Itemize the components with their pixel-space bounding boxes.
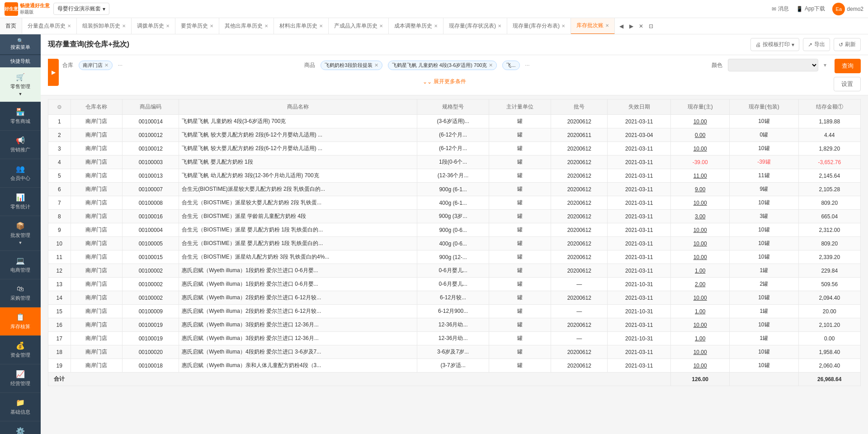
product-tag1[interactable]: 飞鹤奶粉3段阶段提装 ✕ [321, 61, 382, 70]
cell-qty-main[interactable]: 10.00 [671, 345, 730, 359]
retail-icon: 🛒 [16, 73, 25, 81]
color-select[interactable] [728, 59, 818, 71]
close-icon[interactable]: ✕ [434, 24, 438, 28]
query-btn[interactable]: 查询 [835, 59, 861, 73]
expand-filter-btn[interactable]: ▶ [48, 59, 59, 86]
cell-qty-main[interactable]: 1.00 [671, 264, 730, 278]
sidebar-item-shop[interactable]: 🏪 零售商城 [0, 102, 41, 131]
chevron-down-icon: ▾ [792, 42, 794, 48]
tab-cai-liao[interactable]: 材料出库单历史 ✕ [274, 18, 329, 34]
remove-product-tag1[interactable]: ✕ [374, 62, 378, 68]
sidebar-item-retail[interactable]: 🛒 零售管理 ▼ [0, 67, 41, 102]
cell-qty-main[interactable]: 1.00 [671, 332, 730, 345]
close-icon[interactable]: ✕ [498, 24, 501, 28]
tab-xian-cun-fen[interactable]: 现存量(库存分布表) ✕ [507, 18, 571, 34]
warehouse-tag[interactable]: 南岸门店 ✕ [79, 61, 113, 70]
cell-spec: 0-6月婴儿... [417, 278, 489, 291]
cell-qty-main[interactable]: 10.00 [671, 237, 730, 250]
cell-qty-main[interactable]: 10.00 [671, 318, 730, 332]
tab-qi-ta-chu[interactable]: 其他出库单历史 ✕ [219, 18, 274, 34]
sidebar-item-basic[interactable]: 📁 基础信息 [0, 393, 41, 421]
account-selector[interactable]: 母婴行业演示账套 ▾ [53, 3, 109, 15]
tab-ku-cun-pi[interactable]: 库存批次账 ✕ [571, 18, 615, 34]
cell-qty-main[interactable]: 10.00 [671, 196, 730, 210]
cell-warehouse: 南岸门店 [71, 318, 123, 332]
cell-name: 合生元（BIOSTIME）派星 婴儿配方奶粉 1段 乳铁蛋白的... [179, 237, 417, 250]
cell-qty-main[interactable]: 9.00 [671, 183, 730, 196]
cell-qty-main[interactable]: 10.00 [671, 115, 730, 128]
tab-zu-chai[interactable]: 组装拆卸单历史 ✕ [77, 18, 132, 34]
sidebar-item-purchase[interactable]: 🛍 采购管理 [0, 279, 41, 307]
product-tag3[interactable]: 飞... [502, 61, 519, 70]
tab-yao-huo[interactable]: 要货单历史 ✕ [175, 18, 219, 34]
tab-cheng-ben[interactable]: 成本调整单历史 ✕ [389, 18, 443, 34]
tab-close-all[interactable]: ✕ [637, 22, 646, 31]
cell-qty-main[interactable]: 10.00 [671, 142, 730, 156]
close-icon[interactable]: ✕ [67, 24, 71, 28]
close-icon[interactable]: ✕ [379, 24, 383, 28]
col-settings[interactable]: ⚙ [48, 99, 71, 115]
remove-warehouse-tag[interactable]: ✕ [104, 62, 108, 68]
sidebar-item-marketing[interactable]: 📢 营销推广 [0, 131, 41, 159]
template-print-btn[interactable]: 🖨 按模板打印 ▾ [750, 38, 799, 51]
expand-more-icon: ⌄⌄ [423, 79, 432, 85]
cell-qty-main[interactable]: 2.00 [671, 278, 730, 291]
close-icon[interactable]: ✕ [561, 24, 565, 28]
warehouse-ellipsis[interactable]: ··· [118, 62, 123, 68]
cell-name: 惠氏启赋（Wyeth illuma）1段奶粉 爱尔兰进口 0-6月婴... [179, 264, 417, 278]
close-icon[interactable]: ✕ [319, 24, 323, 28]
cell-qty-main[interactable]: 10.00 [671, 223, 730, 237]
app-download-btn[interactable]: 📱 App下载 [796, 5, 825, 13]
sidebar-item-ecommerce[interactable]: 💻 电商管理 [0, 251, 41, 279]
tab-xian-cun-zhuang[interactable]: 现存量(库存状况表) ✕ [443, 18, 507, 34]
cell-batch: 20200612 [551, 359, 608, 373]
close-icon[interactable]: ✕ [166, 24, 170, 28]
user-menu[interactable]: Ea demo2 [832, 3, 863, 15]
cell-expiry: 2021-03-11 [608, 142, 671, 156]
color-expand-toggle[interactable]: ▾ [824, 62, 826, 68]
export-btn[interactable]: ↗ 导出 [803, 38, 830, 51]
cell-qty-pkg: 10罐 [730, 318, 798, 332]
tab-expand[interactable]: ⊡ [646, 22, 656, 31]
product-ellipsis[interactable]: ··· [525, 62, 530, 68]
close-icon[interactable]: ✕ [605, 23, 609, 28]
arrow-icon: ▼ [19, 241, 23, 245]
cell-qty-main[interactable]: -39.00 [671, 156, 730, 169]
refresh-btn[interactable]: ↺ 刷新 [834, 38, 861, 51]
tab-home[interactable]: 首页 [0, 18, 22, 34]
cell-qty-main[interactable]: 1.00 [671, 305, 730, 318]
cell-no: 2 [48, 128, 71, 142]
expand-more-btn[interactable]: ⌄⌄ 展开更多条件 [62, 76, 826, 87]
message-btn[interactable]: ✉ 消息 [772, 5, 789, 13]
remove-product-tag2[interactable]: ✕ [489, 62, 493, 68]
sidebar-item-system[interactable]: ⚙️ 系统管理 [0, 421, 41, 434]
tab-diao-bo[interactable]: 调拨单历史 ✕ [132, 18, 175, 34]
sidebar-item-operation[interactable]: 📈 经营管理 [0, 364, 41, 393]
product-tag2[interactable]: 飞鹤星飞帆 儿童奶粉 4段(3-6岁适用) 700克 ✕ [388, 61, 497, 70]
sidebar-search[interactable]: 🔍 搜索菜单 [0, 34, 41, 54]
tab-fen-pan[interactable]: 分量盘点单历史 ✕ [22, 18, 77, 34]
sidebar-item-retail-stat[interactable]: 📊 零售统计 [0, 188, 41, 216]
cell-warehouse: 南岸门店 [71, 359, 123, 373]
cell-qty-main[interactable]: 11.00 [671, 169, 730, 183]
close-icon[interactable]: ✕ [264, 24, 268, 28]
close-icon[interactable]: ✕ [122, 24, 126, 28]
cell-qty-main[interactable]: 10.00 [671, 291, 730, 305]
cell-qty-main[interactable]: 3.00 [671, 210, 730, 223]
sidebar-item-wholesale[interactable]: 📦 批发管理 ▼ [0, 216, 41, 251]
tab-chan-pin-ru[interactable]: 产成品入库单历史 ✕ [329, 18, 389, 34]
sidebar-item-member[interactable]: 👥 会员中心 [0, 159, 41, 188]
settings-btn[interactable]: 设置 [834, 77, 861, 91]
close-icon[interactable]: ✕ [210, 24, 213, 28]
sidebar-item-inventory[interactable]: 📋 库存核算 [0, 307, 41, 336]
sidebar-quick-nav[interactable]: 快捷导航 [0, 55, 41, 67]
tab-scroll-left[interactable]: ◀ [617, 22, 626, 31]
tab-scroll-right[interactable]: ▶ [627, 22, 636, 31]
cell-qty-main[interactable]: 10.00 [671, 359, 730, 373]
cell-qty-main[interactable]: 0.00 [671, 128, 730, 142]
sidebar-item-finance[interactable]: 💰 资金管理 [0, 336, 41, 364]
footer-qty-total: 126.00 [671, 373, 730, 386]
cell-qty-main[interactable]: 10.00 [671, 250, 730, 264]
col-batch: 批号 [551, 99, 608, 115]
settings-icon[interactable]: ⚙ [57, 104, 62, 110]
